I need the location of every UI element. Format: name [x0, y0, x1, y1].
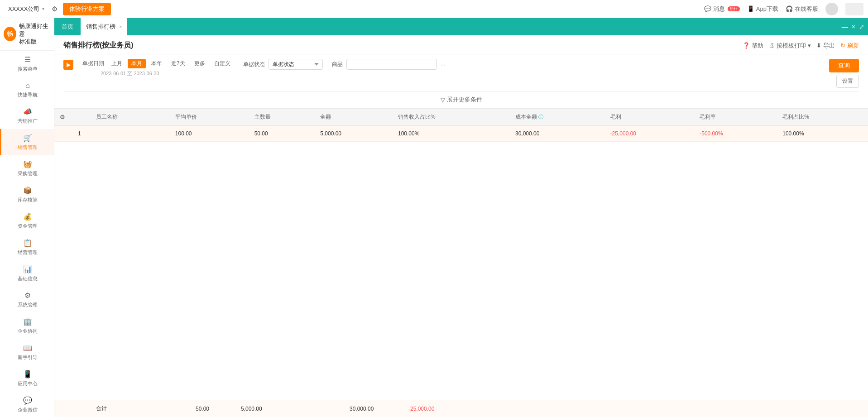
footer-gross-profit: -25,000.00: [408, 406, 463, 412]
online-service-label: 在线客服: [795, 5, 818, 13]
cell-amount: 5,000.00: [315, 126, 393, 142]
tab-max-icon[interactable]: ⤢: [859, 23, 864, 30]
inventory-icon: 📦: [23, 186, 32, 195]
sidebar-item-search-order[interactable]: ☰ 搜索菜单: [0, 51, 54, 77]
sidebar-item-quick-nav[interactable]: ⌂ 快捷导航: [0, 77, 54, 103]
page-title-row: 销售排行榜(按业务员) ❓ 帮助 🖨 按模板打印 ▾ ⬇: [63, 41, 859, 54]
col-name: 员工名称: [91, 109, 170, 126]
sidebar-item-enterprise-collab[interactable]: 🏢 企业协同: [0, 313, 54, 339]
goods-more-icon[interactable]: ···: [441, 61, 446, 68]
cost-info-icon[interactable]: ⓘ: [538, 114, 543, 120]
col-main-qty: 主数量: [249, 109, 315, 126]
cell-gross-profit: -25,000.00: [605, 126, 695, 142]
footer-cost-amount: 30,000.00: [350, 406, 408, 412]
date-tab-current-month[interactable]: 本月: [128, 59, 146, 68]
online-service-button[interactable]: 🎧 在线客服: [786, 5, 818, 13]
search-order-icon: ☰: [24, 55, 31, 64]
logo-text: 畅康通好生意 标准版: [19, 23, 50, 46]
col-settings[interactable]: ⚙: [54, 109, 72, 126]
top-right-area: 💬 消息 99+ 📱 App下载 🎧 在线客服: [704, 3, 863, 15]
date-tab-7days[interactable]: 近7天: [168, 59, 189, 68]
table-footer: 合计 50.00 5,000.00 30,000.00 -25,000.00: [54, 400, 868, 417]
tab-close-icon[interactable]: ×: [119, 24, 122, 29]
date-tabs: 上月 本月 本年 近7天 更多 自定义: [108, 59, 234, 68]
settings-icon[interactable]: ⚙: [52, 5, 58, 13]
message-icon: 💬: [704, 5, 711, 12]
cell-avg-price: 100.00: [170, 126, 249, 142]
col-cost-amount: 成本全额 ⓘ: [510, 109, 605, 126]
date-tab-custom[interactable]: 自定义: [211, 59, 234, 68]
help-button[interactable]: ❓ 帮助: [743, 42, 763, 50]
settings-button[interactable]: 设置: [836, 75, 859, 88]
sidebar-item-sales[interactable]: 🛒 销售管理: [0, 129, 54, 155]
page-header: 销售排行榜(按业务员) ❓ 帮助 🖨 按模板打印 ▾ ⬇: [54, 35, 868, 54]
col-settings-icon: ⚙: [60, 114, 65, 120]
date-tab-last-month[interactable]: 上月: [108, 59, 126, 68]
col-gross-profit: 毛利: [605, 109, 695, 126]
app-center-icon: 📱: [23, 370, 32, 379]
tab-bar: 首页 销售排行榜 × — × ⤢: [54, 18, 868, 35]
refresh-button[interactable]: ↻ 刷新: [840, 42, 859, 50]
sidebar-item-app-center[interactable]: 📱 应用中心: [0, 365, 54, 392]
export-button[interactable]: ⬇ 导出: [816, 42, 835, 50]
table-container: ⚙ 员工名称 平均单价 主数量 全额 销售收入占比% 成本全额 ⓘ 毛利: [54, 109, 868, 400]
system-icon: ⚙: [24, 291, 31, 300]
expand-more-button[interactable]: ▽ 展开更多条件: [63, 91, 859, 104]
message-label: 消息: [713, 5, 725, 13]
app-download-button[interactable]: 📱 App下载: [747, 5, 778, 13]
sidebar-item-inventory[interactable]: 📦 库存核算: [0, 182, 54, 208]
sidebar-item-system[interactable]: ⚙ 系统管理: [0, 287, 54, 313]
date-tab-current-year[interactable]: 本年: [148, 59, 166, 68]
sidebar-item-marketing[interactable]: 📣 营销推广: [0, 103, 54, 129]
chevron-down-icon: ▾: [42, 6, 44, 11]
footer-main-qty: 50.00: [196, 406, 241, 412]
status-filter-group: 单据状态 单据状态: [243, 59, 323, 70]
col-index: [72, 109, 91, 126]
basic-info-icon: 📊: [23, 265, 32, 273]
page-title: 销售排行榜(按业务员): [63, 41, 134, 50]
trial-button[interactable]: 体验行业方案: [63, 3, 111, 15]
tab-min-icon[interactable]: —: [842, 23, 848, 30]
refresh-icon: ↻: [840, 42, 845, 49]
user-name[interactable]: [845, 3, 863, 15]
help-icon: ❓: [743, 42, 750, 49]
sidebar: 畅 畅康通好生意 标准版 ☰ 搜索菜单 ⌂ 快捷导航 📣 营销推广 🛒 销售管理…: [0, 18, 54, 417]
message-badge: 99+: [728, 6, 740, 11]
sidebar-item-purchase[interactable]: 🧺 采购管理: [0, 155, 54, 182]
cell-gross-pct: 100.00%: [777, 126, 868, 142]
app-download-label: App下载: [756, 5, 778, 13]
filter-action-buttons: 查询 设置: [829, 59, 859, 88]
cell-main-qty: 50.00: [249, 126, 315, 142]
cell-index: 1: [72, 126, 91, 142]
query-button[interactable]: 查询: [829, 59, 859, 72]
tab-home[interactable]: 首页: [54, 18, 81, 35]
avatar[interactable]: [825, 3, 838, 15]
cell-name: [91, 126, 170, 142]
sidebar-item-basic-info[interactable]: 📊 基础信息: [0, 260, 54, 287]
sidebar-item-finance[interactable]: 💰 资金管理: [0, 208, 54, 234]
col-gross-margin: 毛利率: [694, 109, 777, 126]
filter-toggle-button[interactable]: ▶: [63, 60, 73, 70]
data-table: ⚙ 员工名称 平均单价 主数量 全额 销售收入占比% 成本全额 ⓘ 毛利: [54, 109, 868, 142]
sidebar-item-operations[interactable]: 📋 经营管理: [0, 234, 54, 260]
status-select[interactable]: 单据状态: [269, 59, 323, 70]
home-icon: ⌂: [25, 81, 30, 90]
footer-amount: 5,000.00: [241, 406, 295, 412]
tab-close-window-icon[interactable]: ×: [852, 23, 855, 30]
goods-input[interactable]: [346, 59, 437, 70]
export-icon: ⬇: [816, 42, 821, 49]
cell-cost-amount: 30,000.00: [510, 126, 605, 142]
wechat-icon: 💬: [23, 396, 32, 405]
cell-settings: [54, 126, 72, 142]
date-tab-more[interactable]: 更多: [191, 59, 209, 68]
content-area: 首页 销售排行榜 × — × ⤢ 销售排行榜(按业务员) ❓: [54, 18, 868, 417]
tab-sales-ranking[interactable]: 销售排行榜 ×: [81, 18, 127, 35]
marketing-icon: 📣: [23, 107, 32, 116]
tab-bar-right: — × ⤢: [842, 23, 868, 30]
company-selector[interactable]: XXXXX公司 ▾: [5, 3, 48, 15]
beginner-guide-icon: 📖: [23, 344, 32, 352]
sidebar-item-beginner-guide[interactable]: 📖 新手引导: [0, 339, 54, 365]
sidebar-item-enterprise-wechat[interactable]: 💬 企业微信: [0, 392, 54, 417]
print-button[interactable]: 🖨 按模板打印 ▾: [769, 42, 811, 50]
message-button[interactable]: 💬 消息 99+: [704, 5, 740, 13]
